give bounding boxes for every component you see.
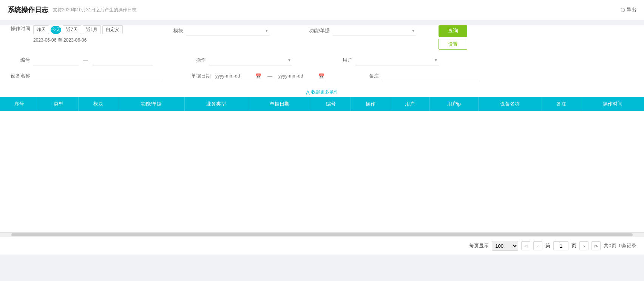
col-device: 设备名称 [478, 97, 542, 111]
page-size-select[interactable]: 100 50 200 [492, 241, 518, 251]
filter-row2: 编号 — 操作 ▾ 用户 [8, 55, 636, 65]
filter-number: 编号 — [8, 55, 153, 65]
today-btn[interactable]: 今天 [51, 26, 61, 34]
per-page-label: 每页显示 [469, 242, 489, 249]
table-header: 序号 类型 模块 功能/单据 业务类型 单据日期 编号 操作 用户 用户ip 设… [0, 97, 644, 111]
page-title: 系统操作日志 [8, 5, 48, 14]
col-doc-date: 单据日期 [248, 97, 311, 111]
total-info: 共0页, 0条记录 [604, 242, 636, 249]
pagination-bar: 每页显示 100 50 200 ⊲ ‹ 第 页 › ⊳ 共0页, 0条记录 [0, 237, 644, 255]
page-subtitle: 支持2020年10月31日之后产生的操作日志 [53, 7, 136, 13]
col-type: 类型 [39, 97, 78, 111]
operation-time-label: 操作时间 [8, 25, 30, 32]
user-label: 用户 [330, 57, 352, 64]
date-range: 2023-06-06 至 2023-06-06 [33, 37, 123, 43]
last7days-btn[interactable]: 近7天 [63, 25, 81, 34]
prev-page-button[interactable]: ‹ [533, 241, 542, 250]
time-group: 昨天 今天 近7天 近1月 自定义 2023-06-06 至 2023-06-0… [33, 25, 123, 43]
collapse-label: 收起更多条件 [311, 89, 338, 95]
col-operation: 操作 [351, 97, 390, 111]
calendar-end-icon[interactable]: 📅 [318, 73, 324, 79]
filter-function: 功能/单据 ▾ [307, 25, 416, 36]
last1month-btn[interactable]: 近1月 [83, 25, 101, 34]
custom-btn[interactable]: 自定义 [102, 25, 123, 34]
filter-remark: 备注 [356, 71, 480, 81]
yesterday-btn[interactable]: 昨天 [33, 25, 49, 34]
module-select[interactable] [186, 25, 269, 36]
filter-operation: 操作 ▾ [183, 55, 292, 65]
number-input-start[interactable] [33, 55, 79, 65]
col-module: 模块 [79, 97, 118, 111]
next-page-button[interactable]: › [579, 241, 588, 250]
filter-rows: 操作时间 昨天 今天 近7天 近1月 自定义 2023-06-06 至 2023… [0, 25, 644, 81]
filter-device: 设备名称 [8, 71, 162, 81]
first-page-button[interactable]: ⊲ [521, 241, 530, 250]
collapse-bar[interactable]: ⋀ 收起更多条件 [0, 87, 644, 97]
number-dash: — [83, 57, 88, 63]
last-page-button[interactable]: ⊳ [591, 241, 601, 250]
remark-label: 备注 [356, 73, 379, 79]
doc-date-dash: — [267, 73, 272, 79]
header-left: 系统操作日志 支持2020年10月31日之后产生的操作日志 [8, 5, 136, 14]
module-label: 模块 [161, 27, 183, 34]
number-label: 编号 [8, 57, 30, 64]
settings-button[interactable]: 设置 [439, 39, 467, 50]
filter-user: 用户 ▾ [330, 55, 439, 65]
doc-date-label: 单据日期 [188, 73, 211, 79]
col-user-ip: 用户ip [429, 97, 478, 111]
collapse-icon: ⋀ [306, 90, 310, 95]
export-icon: ⬡ [621, 7, 625, 13]
module-select-wrapper: ▾ [186, 25, 269, 36]
export-label: 导出 [627, 6, 636, 13]
col-op-time: 操作时间 [581, 97, 644, 111]
doc-date-end-wrapper: 📅 [277, 71, 326, 81]
filter-section: 操作时间 昨天 今天 近7天 近1月 自定义 2023-06-06 至 2023… [0, 25, 644, 97]
operation-select[interactable] [209, 55, 292, 65]
number-input-end[interactable] [93, 55, 153, 65]
doc-date-start-wrapper: 📅 [214, 71, 263, 81]
query-button[interactable]: 查询 [439, 25, 467, 37]
empty-area [0, 111, 644, 232]
page-suffix-label: 页 [571, 242, 576, 249]
time-buttons: 昨天 今天 近7天 近1月 自定义 [33, 25, 123, 34]
data-table: 序号 类型 模块 功能/单据 业务类型 单据日期 编号 操作 用户 用户ip 设… [0, 97, 644, 111]
filter-operation-time: 操作时间 昨天 今天 近7天 近1月 自定义 2023-06-06 至 2023… [8, 25, 123, 43]
device-name-input[interactable] [33, 71, 162, 81]
scrollbar-thumb[interactable] [11, 233, 633, 236]
horizontal-scrollbar[interactable] [0, 232, 644, 237]
filter-doc-date: 单据日期 📅 — 📅 [188, 71, 326, 81]
operation-label: 操作 [183, 57, 206, 64]
filter-row3: 设备名称 单据日期 📅 — 📅 备注 [8, 71, 636, 81]
col-remark: 备注 [542, 97, 581, 111]
user-select[interactable] [355, 55, 439, 65]
function-select[interactable] [333, 25, 416, 36]
filter-module: 模块 ▾ [161, 25, 269, 36]
user-select-wrapper: ▾ [355, 55, 439, 65]
table-wrapper: 序号 类型 模块 功能/单据 业务类型 单据日期 编号 操作 用户 用户ip 设… [0, 97, 644, 232]
page-number-input[interactable] [553, 241, 568, 250]
col-index: 序号 [0, 97, 39, 111]
col-biz-type: 业务类型 [185, 97, 248, 111]
remark-input[interactable] [382, 71, 480, 81]
device-name-label: 设备名称 [8, 73, 30, 79]
col-user: 用户 [390, 97, 429, 111]
calendar-start-icon[interactable]: 📅 [255, 73, 261, 79]
operation-select-wrapper: ▾ [209, 55, 292, 65]
function-label: 功能/单据 [307, 27, 330, 34]
col-number: 编号 [311, 97, 351, 111]
col-function: 功能/单据 [118, 97, 184, 111]
action-buttons: 查询 设置 [439, 25, 467, 50]
page-header: 系统操作日志 支持2020年10月31日之后产生的操作日志 ⬡ 导出 [0, 0, 644, 20]
page-prefix-label: 第 [545, 242, 550, 249]
export-button[interactable]: ⬡ 导出 [621, 6, 636, 13]
function-select-wrapper: ▾ [333, 25, 416, 36]
header-row: 序号 类型 模块 功能/单据 业务类型 单据日期 编号 操作 用户 用户ip 设… [0, 97, 644, 111]
